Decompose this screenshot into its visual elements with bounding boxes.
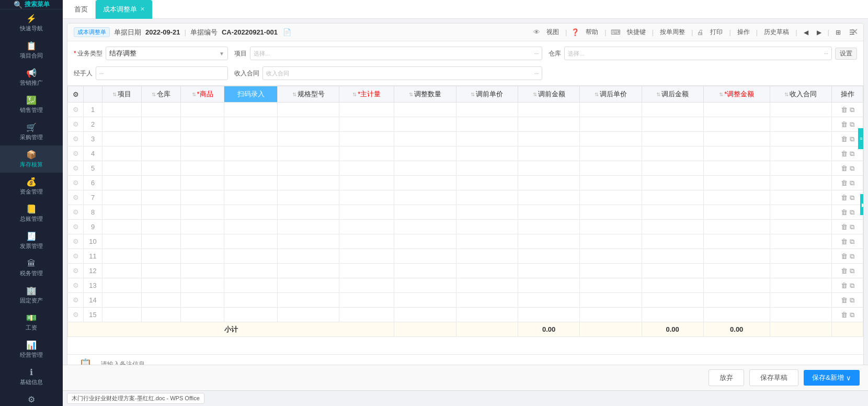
settings-button[interactable]: 设置 — [835, 48, 857, 60]
delete-icon[interactable]: 🗑 — [841, 238, 848, 245]
income-contract-cell[interactable] — [770, 176, 831, 190]
copy-icon[interactable]: ⧉ — [850, 120, 854, 128]
shortcut-button[interactable]: 快捷键 — [625, 27, 648, 38]
scan-cell[interactable] — [224, 308, 278, 322]
after-amt-cell[interactable] — [642, 220, 703, 234]
row-settings-cell[interactable]: ⚙ — [68, 132, 84, 146]
side-collapse-handle[interactable]: ▶ — [860, 194, 864, 215]
spec-cell[interactable] — [277, 103, 339, 117]
income-contract-input[interactable]: 收入合同 ··· — [262, 66, 543, 80]
adjust-amt-cell[interactable] — [703, 278, 770, 293]
adjust-amt-cell[interactable] — [703, 103, 770, 117]
project-cell[interactable] — [102, 132, 142, 146]
income-contract-cell[interactable] — [770, 117, 831, 132]
delete-icon[interactable]: 🗑 — [841, 267, 848, 275]
warehouse-cell[interactable] — [141, 278, 180, 293]
spec-cell[interactable] — [277, 249, 339, 264]
before-amt-cell[interactable] — [518, 220, 579, 234]
print-button[interactable]: 打印 — [708, 27, 725, 38]
adjust-amt-cell[interactable] — [703, 117, 770, 132]
income-contract-cell[interactable] — [770, 220, 831, 234]
warehouse-cell[interactable] — [141, 132, 180, 146]
sidebar-item-sales-promo[interactable]: 📢 营销推广 — [0, 64, 63, 91]
unit-cell[interactable] — [339, 308, 394, 322]
after-amt-cell[interactable] — [642, 234, 703, 249]
scan-cell[interactable] — [224, 264, 278, 278]
after-price-cell[interactable] — [580, 205, 642, 220]
sidebar-item-sales-mgmt[interactable]: 💹 销售管理 — [0, 91, 63, 118]
goods-cell[interactable] — [180, 190, 224, 205]
delete-icon[interactable]: 🗑 — [841, 164, 848, 172]
biz-type-input[interactable]: 结存调整 ▼ — [106, 47, 228, 60]
before-price-cell[interactable] — [456, 132, 518, 146]
income-contract-cell[interactable] — [770, 190, 831, 205]
scan-cell[interactable] — [224, 278, 278, 293]
row-settings-cell[interactable]: ⚙ — [68, 103, 84, 117]
goods-cell[interactable] — [180, 308, 224, 322]
scan-cell[interactable] — [224, 249, 278, 264]
adjust-amt-cell[interactable] — [703, 132, 770, 146]
adjust-amt-cell[interactable] — [703, 190, 770, 205]
unit-cell[interactable] — [339, 293, 394, 308]
scan-cell[interactable] — [224, 176, 278, 190]
tab-home[interactable]: 首页 — [67, 0, 96, 19]
actions-button[interactable]: 操作 — [735, 27, 752, 38]
copy-icon[interactable]: ⧉ — [850, 150, 854, 157]
after-amt-cell[interactable] — [642, 190, 703, 205]
history-button[interactable]: 历史草稿 — [762, 27, 791, 38]
row-settings-cell[interactable]: ⚙ — [68, 190, 84, 205]
scan-cell[interactable] — [224, 161, 278, 176]
after-amt-cell[interactable] — [642, 278, 703, 293]
after-amt-cell[interactable] — [642, 249, 703, 264]
unit-cell[interactable] — [339, 205, 394, 220]
unit-cell[interactable] — [339, 220, 394, 234]
qty-cell[interactable] — [394, 220, 456, 234]
before-price-cell[interactable] — [456, 161, 518, 176]
col-header-project[interactable]: ⇅项目 — [102, 86, 142, 103]
after-amt-cell[interactable] — [642, 103, 703, 117]
project-cell[interactable] — [102, 103, 142, 117]
qty-cell[interactable] — [394, 278, 456, 293]
unit-cell[interactable] — [339, 103, 394, 117]
after-amt-cell[interactable] — [642, 308, 703, 322]
warehouse-cell[interactable] — [141, 249, 180, 264]
before-amt-cell[interactable] — [518, 249, 579, 264]
spec-cell[interactable] — [277, 220, 339, 234]
after-price-cell[interactable] — [580, 146, 642, 161]
col-header-after-amt[interactable]: ⇅调后金额 — [642, 86, 703, 103]
tab-cost-adjust[interactable]: 成本调整单 ✕ — [96, 0, 153, 19]
scan-cell[interactable] — [224, 103, 278, 117]
scan-cell[interactable] — [224, 132, 278, 146]
income-contract-cell[interactable] — [770, 278, 831, 293]
after-price-cell[interactable] — [580, 220, 642, 234]
sidebar-item-inventory[interactable]: 📦 库存核算 — [0, 145, 63, 173]
before-amt-cell[interactable] — [518, 190, 579, 205]
tab-cost-adjust-close[interactable]: ✕ — [140, 6, 145, 13]
goods-cell[interactable] — [180, 264, 224, 278]
sidebar-item-basic-info[interactable]: ℹ 基础信息 — [0, 363, 63, 390]
before-amt-cell[interactable] — [518, 132, 579, 146]
after-amt-cell[interactable] — [642, 161, 703, 176]
qty-cell[interactable] — [394, 117, 456, 132]
before-amt-cell[interactable] — [518, 176, 579, 190]
goods-cell[interactable] — [180, 293, 224, 308]
project-cell[interactable] — [102, 234, 142, 249]
before-amt-cell[interactable] — [518, 117, 579, 132]
col-header-adjust-amt[interactable]: ⇅*调整金额 — [703, 86, 770, 103]
sidebar-item-project-contract[interactable]: 📋 项目合同 — [0, 37, 63, 64]
adjust-amt-cell[interactable] — [703, 293, 770, 308]
after-price-cell[interactable] — [580, 308, 642, 322]
adjust-amt-cell[interactable] — [703, 264, 770, 278]
row-settings-cell[interactable]: ⚙ — [68, 176, 84, 190]
after-price-cell[interactable] — [580, 161, 642, 176]
qty-cell[interactable] — [394, 132, 456, 146]
scan-cell[interactable] — [224, 293, 278, 308]
sidebar-item-fixed-assets[interactable]: 🏢 固定资产 — [0, 281, 63, 309]
sidebar-item-general-ledger[interactable]: 📒 总账管理 — [0, 200, 63, 227]
after-amt-cell[interactable] — [642, 264, 703, 278]
col-header-before-price[interactable]: ⇅调前单价 — [456, 86, 518, 103]
spec-cell[interactable] — [277, 117, 339, 132]
qty-cell[interactable] — [394, 103, 456, 117]
after-amt-cell[interactable] — [642, 117, 703, 132]
warehouse-cell[interactable] — [141, 146, 180, 161]
